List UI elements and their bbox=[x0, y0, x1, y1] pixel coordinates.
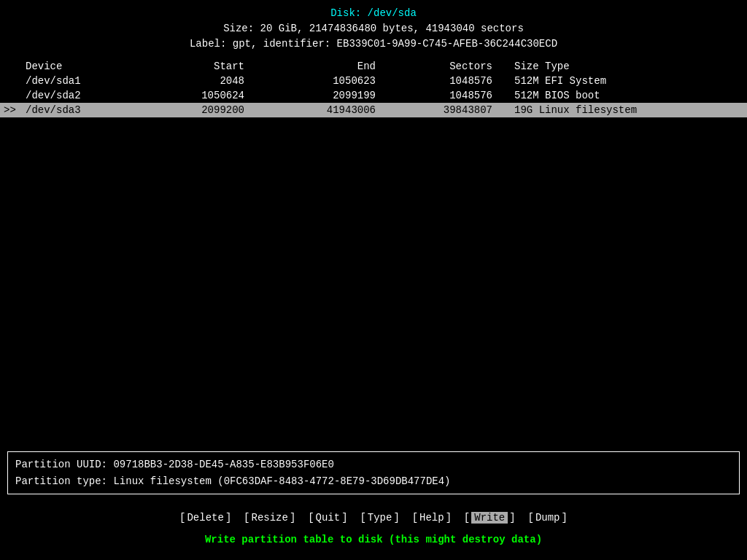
row-indicator-sda2 bbox=[0, 90, 18, 101]
status-text: Write partition table to disk (this migh… bbox=[205, 534, 542, 545]
sectors-sda1: 1048576 bbox=[390, 75, 507, 87]
device-sda1: /dev/sda1 bbox=[18, 75, 128, 87]
menu-item-quit[interactable]: Quit bbox=[316, 512, 341, 524]
size-sda3: 19G bbox=[514, 104, 533, 116]
bracket-open-resize: [ bbox=[244, 512, 249, 524]
bracket-open-quit: [ bbox=[308, 512, 314, 524]
menu-items-container: [ Delete ] [ Resize ] [ Quit ] [ Type ] … bbox=[0, 512, 747, 524]
bracket-close-resize: ] bbox=[290, 512, 308, 524]
size-type-sda3: 19G Linux filesystem bbox=[507, 104, 747, 116]
col-header-size-type: Size Type bbox=[507, 61, 747, 72]
bottom-menu: [ Delete ] [ Resize ] [ Quit ] [ Type ] … bbox=[0, 512, 747, 524]
size-sda2: 512M bbox=[514, 90, 539, 101]
menu-item-resize[interactable]: Resize bbox=[252, 512, 288, 524]
col-header-sectors: Sectors bbox=[390, 61, 507, 72]
bracket-close-type: ] bbox=[393, 512, 411, 524]
end-sda1: 1050623 bbox=[259, 75, 390, 87]
menu-item-write[interactable]: Write bbox=[471, 512, 508, 524]
start-sda2: 1050624 bbox=[128, 90, 259, 101]
partition-type-line: Partition type: Linux filesystem (0FC63D… bbox=[15, 473, 732, 489]
col-header-start: Start bbox=[128, 61, 259, 72]
menu-item-dump[interactable]: Dump bbox=[535, 512, 560, 524]
row-indicator-sda3: >> bbox=[0, 104, 18, 116]
table-row[interactable]: >> /dev/sda3 2099200 41943006 39843807 1… bbox=[0, 103, 747, 117]
bracket-close-delete: ] bbox=[225, 512, 244, 524]
bracket-close-quit: ] bbox=[341, 512, 360, 524]
col-header-device: Device bbox=[18, 61, 128, 72]
type-value: Linux filesystem (0FC63DAF-8483-4772-8E7… bbox=[113, 475, 450, 487]
menu-item-delete[interactable]: Delete bbox=[187, 512, 223, 524]
disk-label-line: Label: gpt, identifier: EB339C01-9A99-C7… bbox=[0, 36, 747, 52]
bracket-open-type: [ bbox=[360, 512, 365, 524]
device-sda2: /dev/sda2 bbox=[18, 90, 128, 101]
info-panel: Partition UUID: 09718BB3-2D38-DE45-A835-… bbox=[7, 451, 740, 494]
uuid-value: 09718BB3-2D38-DE45-A835-E83B953F06E0 bbox=[113, 459, 333, 470]
sectors-sda2: 1048576 bbox=[390, 90, 507, 101]
menu-item-help[interactable]: Help bbox=[419, 512, 444, 524]
uuid-label: Partition UUID: bbox=[15, 459, 107, 470]
sectors-sda3: 39843807 bbox=[390, 104, 507, 116]
size-type-sda2: 512M BIOS boot bbox=[507, 90, 747, 101]
disk-size-line: Size: 20 GiB, 21474836480 bytes, 4194304… bbox=[0, 21, 747, 36]
size-sda1: 512M bbox=[514, 75, 539, 87]
size-type-sda1: 512M EFI System bbox=[507, 75, 747, 87]
table-row[interactable]: /dev/sda2 1050624 2099199 1048576 512M B… bbox=[0, 88, 747, 103]
bracket-open-delete: [ bbox=[179, 512, 185, 524]
table-row[interactable]: /dev/sda1 2048 1050623 1048576 512M EFI … bbox=[0, 74, 747, 88]
type-label-sda2: BIOS boot bbox=[545, 90, 600, 101]
bracket-open-dump: [ bbox=[528, 512, 534, 524]
menu-item-type[interactable]: Type bbox=[368, 512, 392, 524]
device-sda3: /dev/sda3 bbox=[18, 104, 128, 116]
end-sda2: 2099199 bbox=[259, 90, 390, 101]
type-label: Partition type: bbox=[15, 475, 107, 487]
partition-uuid-line: Partition UUID: 09718BB3-2D38-DE45-A835-… bbox=[15, 456, 732, 472]
header: Disk: /dev/sda Size: 20 GiB, 21474836480… bbox=[0, 0, 747, 52]
type-label-sda1: EFI System bbox=[545, 75, 606, 87]
col-header-end: End bbox=[259, 61, 390, 72]
start-sda1: 2048 bbox=[128, 75, 259, 87]
table-header-row: Device Start End Sectors Size Type bbox=[0, 59, 747, 74]
start-sda3: 2099200 bbox=[128, 104, 259, 116]
status-bar: Write partition table to disk (this migh… bbox=[0, 534, 747, 545]
row-indicator-sda1 bbox=[0, 75, 18, 87]
indicator-header bbox=[0, 61, 18, 72]
type-label-sda3: Linux filesystem bbox=[539, 104, 637, 116]
screen: Disk: /dev/sda Size: 20 GiB, 21474836480… bbox=[0, 0, 747, 560]
bracket-close-help: ] bbox=[446, 512, 464, 524]
disk-title: Disk: /dev/sda bbox=[0, 6, 747, 21]
bracket-open-write: [ bbox=[464, 512, 470, 524]
bracket-close-dump: ] bbox=[562, 512, 568, 524]
partition-table: Device Start End Sectors Size Type /dev/… bbox=[0, 59, 747, 117]
bracket-close-write: ] bbox=[509, 512, 527, 524]
bracket-open-help: [ bbox=[412, 512, 418, 524]
end-sda3: 41943006 bbox=[259, 104, 390, 116]
